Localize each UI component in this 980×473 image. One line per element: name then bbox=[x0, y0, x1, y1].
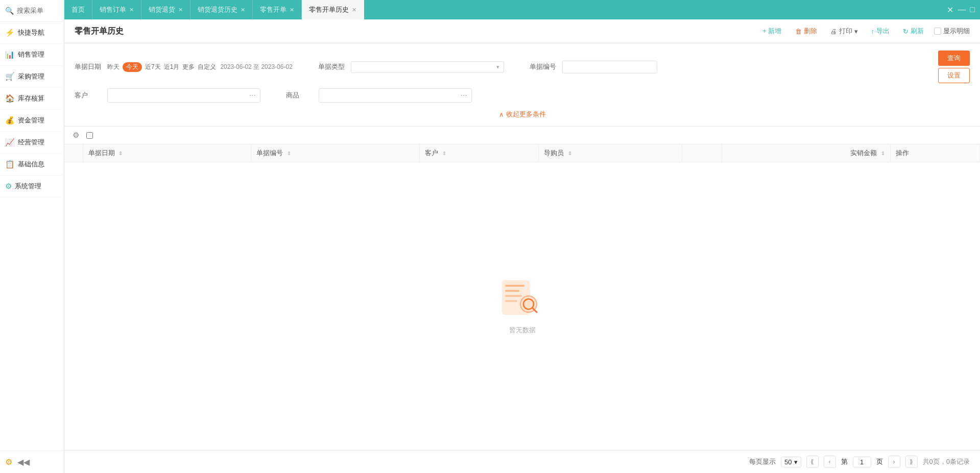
sales-mgmt-icon: 📊 bbox=[5, 50, 15, 59]
last-page-btn[interactable]: ⟫ bbox=[905, 456, 918, 468]
th-spacer bbox=[682, 144, 722, 162]
purchase-mgmt-icon: 🛒 bbox=[5, 72, 15, 81]
export-button[interactable]: ↑ 导出 bbox=[868, 24, 893, 38]
sidebar-item-quick-nav[interactable]: ⚡ 快捷导航 bbox=[0, 22, 64, 44]
select-all-checkbox[interactable] bbox=[86, 132, 93, 139]
filter-row-2: 客户 ··· 商品 ··· bbox=[75, 88, 970, 103]
tab-sales-return-history[interactable]: 销货退货历史 ✕ bbox=[190, 0, 253, 19]
tab-sales-order[interactable]: 销售订单 ✕ bbox=[92, 0, 141, 19]
tab-sales-return[interactable]: 销货退货 ✕ bbox=[141, 0, 190, 19]
delete-button[interactable]: 🗑 删除 bbox=[792, 24, 820, 38]
system-mgmt-icon: ⚙ bbox=[5, 182, 12, 191]
tab-retail-history[interactable]: 零售开单历史 ✕ bbox=[302, 0, 364, 19]
today-shortcut[interactable]: 今天 bbox=[123, 62, 142, 72]
customer-label: 客户 bbox=[75, 91, 103, 100]
tab-home-label: 首页 bbox=[71, 5, 85, 14]
custom-shortcut[interactable]: 自定义 bbox=[198, 63, 216, 71]
empty-text: 暂无数据 bbox=[509, 326, 536, 335]
refresh-button[interactable]: ↻ 刷新 bbox=[900, 24, 927, 38]
collapse-sidebar-icon[interactable]: ◀◀ bbox=[17, 457, 30, 467]
first-page-btn[interactable]: ⟪ bbox=[806, 456, 819, 468]
customer-select[interactable]: ··· bbox=[107, 88, 260, 103]
sidebar-search[interactable]: 🔍 搜索采单 bbox=[0, 0, 64, 22]
sidebar-item-sales-mgmt[interactable]: 📊 销售管理 bbox=[0, 44, 64, 66]
tab-retail-open-label: 零售开单 bbox=[260, 5, 286, 14]
search-icon: 🔍 bbox=[5, 7, 14, 15]
per-page-select[interactable]: 50 ▾ bbox=[781, 457, 801, 467]
sidebar-item-label: 快捷导航 bbox=[18, 28, 44, 37]
table-header-row: 单据日期 ⇕ 单据编号 ⇕ 客户 ⇕ 导购员 ⇕ bbox=[64, 144, 980, 162]
sidebar-item-operations[interactable]: 📈 经营管理 bbox=[0, 132, 64, 154]
prev-page-btn[interactable]: ‹ bbox=[824, 456, 836, 468]
th-guide[interactable]: 导购员 ⇕ bbox=[538, 144, 682, 162]
filter-area: 单据日期 昨天 今天 近7天 近1月 更多 自定义 2023-06-02 至 2… bbox=[64, 43, 980, 127]
pagination-total: 共0页，0条记录 bbox=[923, 457, 970, 466]
bill-type-select[interactable]: ▾ bbox=[351, 61, 504, 73]
sidebar-item-purchase-mgmt[interactable]: 🛒 采购管理 bbox=[0, 66, 64, 88]
bill-type-label: 单据类型 bbox=[318, 62, 347, 71]
sidebar-item-system-mgmt[interactable]: ⚙ 系统管理 bbox=[0, 176, 64, 197]
tab-sales-order-close[interactable]: ✕ bbox=[129, 7, 134, 13]
th-amount[interactable]: 实销金额 ⇕ bbox=[722, 144, 891, 162]
tab-close-window-icon[interactable]: ✕ bbox=[947, 5, 953, 15]
more-shortcut[interactable]: 更多 bbox=[182, 63, 195, 71]
column-settings-icon[interactable]: ⚙ bbox=[73, 131, 79, 140]
print-button[interactable]: 🖨 打印 ▾ bbox=[827, 24, 861, 38]
sort-no-icon: ⇕ bbox=[287, 151, 291, 156]
customer-ellipsis-icon[interactable]: ··· bbox=[249, 91, 256, 100]
inventory-icon: 🏠 bbox=[5, 94, 15, 103]
svg-rect-3 bbox=[505, 295, 522, 297]
goods-select[interactable]: ··· bbox=[319, 88, 472, 103]
sidebar-item-label: 采购管理 bbox=[18, 72, 44, 81]
sort-date-icon: ⇕ bbox=[118, 151, 123, 156]
quick-nav-icon: ⚡ bbox=[5, 28, 15, 37]
show-detail-checkbox[interactable] bbox=[934, 28, 941, 35]
date-range-display: 2023-06-02 至 2023-06-02 bbox=[220, 63, 292, 71]
tab-sales-return-close[interactable]: ✕ bbox=[178, 7, 183, 13]
tab-home[interactable]: 首页 bbox=[64, 0, 92, 19]
sidebar-item-label: 系统管理 bbox=[15, 182, 41, 191]
tab-sales-return-history-label: 销货退货历史 bbox=[198, 5, 237, 14]
sidebar: 🔍 搜索采单 ⚡ 快捷导航 📊 销售管理 🛒 采购管理 🏠 库存核算 💰 资金管… bbox=[0, 0, 64, 473]
sidebar-item-label: 基础信息 bbox=[18, 160, 44, 169]
goods-label: 商品 bbox=[286, 91, 315, 100]
main-content: 首页 销售订单 ✕ 销货退货 ✕ 销货退货历史 ✕ 零售开单 ✕ 零售开单历史 … bbox=[64, 0, 980, 473]
show-detail-toggle[interactable]: 显示明细 bbox=[934, 27, 970, 36]
page-input[interactable] bbox=[853, 457, 871, 467]
settings-button[interactable]: 设置 bbox=[938, 68, 970, 83]
finance-icon: 💰 bbox=[5, 116, 15, 125]
bill-no-input[interactable] bbox=[562, 61, 657, 73]
tab-sales-order-label: 销售订单 bbox=[100, 5, 126, 14]
empty-icon bbox=[497, 278, 548, 318]
month1-shortcut[interactable]: 近1月 bbox=[164, 63, 180, 71]
per-page-label: 每页显示 bbox=[749, 457, 776, 466]
sidebar-item-inventory[interactable]: 🏠 库存核算 bbox=[0, 88, 64, 110]
sidebar-item-label: 库存核算 bbox=[18, 94, 44, 103]
next-page-btn[interactable]: › bbox=[888, 456, 900, 468]
th-no[interactable]: 单据编号 ⇕ bbox=[251, 144, 420, 162]
tab-bar: 首页 销售订单 ✕ 销货退货 ✕ 销货退货历史 ✕ 零售开单 ✕ 零售开单历史 … bbox=[64, 0, 980, 19]
add-button[interactable]: + 新增 bbox=[759, 24, 784, 38]
th-date[interactable]: 单据日期 ⇕ bbox=[83, 144, 251, 162]
sidebar-bottom: ⚙ ◀◀ bbox=[0, 451, 64, 473]
operations-icon: 📈 bbox=[5, 138, 15, 147]
query-button[interactable]: 查询 bbox=[938, 51, 970, 66]
goods-ellipsis-icon[interactable]: ··· bbox=[461, 91, 467, 100]
page-suffix: 页 bbox=[876, 457, 883, 466]
tab-maximize-icon[interactable]: □ bbox=[970, 5, 975, 14]
sidebar-item-finance[interactable]: 💰 资金管理 bbox=[0, 110, 64, 132]
th-customer[interactable]: 客户 ⇕ bbox=[419, 144, 538, 162]
yesterday-shortcut[interactable]: 昨天 bbox=[107, 63, 119, 71]
date-shortcuts: 昨天 今天 近7天 近1月 更多 自定义 bbox=[107, 62, 216, 72]
tab-sales-return-history-close[interactable]: ✕ bbox=[241, 7, 245, 13]
tab-retail-open-close[interactable]: ✕ bbox=[290, 7, 294, 13]
pagination: 每页显示 50 ▾ ⟪ ‹ 第 页 › ⟫ 共0页，0条记录 bbox=[64, 450, 980, 473]
basic-info-icon: 📋 bbox=[5, 160, 15, 169]
sidebar-item-basic-info[interactable]: 📋 基础信息 bbox=[0, 154, 64, 176]
collapse-filter-btn[interactable]: ∧ 收起更多条件 bbox=[75, 108, 970, 122]
week7-shortcut[interactable]: 近7天 bbox=[145, 63, 161, 71]
settings-gear-icon[interactable]: ⚙ bbox=[5, 457, 12, 467]
tab-retail-open[interactable]: 零售开单 ✕ bbox=[253, 0, 302, 19]
tab-retail-history-close[interactable]: ✕ bbox=[352, 7, 356, 13]
tab-minimize-icon[interactable]: — bbox=[958, 5, 966, 14]
